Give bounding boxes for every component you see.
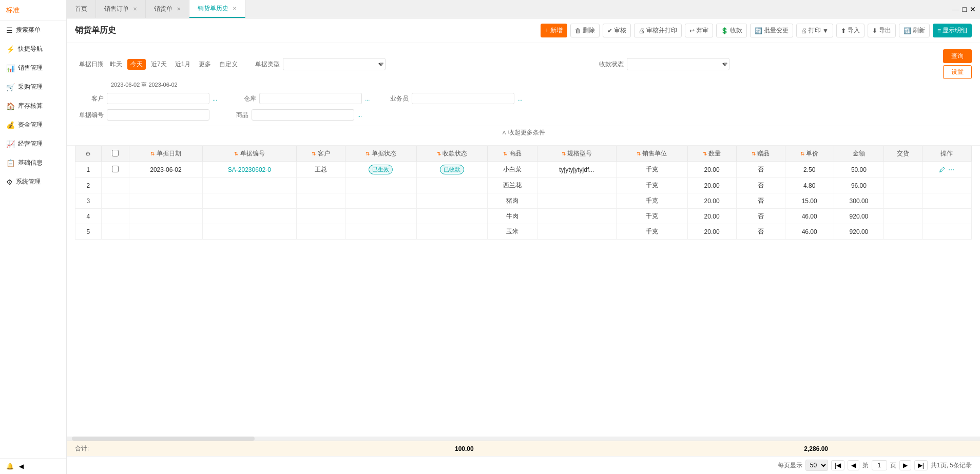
- doc-type-label: 单据类型: [251, 60, 280, 69]
- show-detail-button[interactable]: ≡ 显示明细: [933, 24, 972, 37]
- page-first-button[interactable]: |◀: [831, 460, 844, 470]
- tab-home[interactable]: 首页: [67, 0, 96, 18]
- audit-print-button[interactable]: 🖨 审核并打印: [634, 24, 682, 37]
- sort-customer-icon[interactable]: ⇅: [312, 151, 316, 156]
- sort-docstatus-icon[interactable]: ⇅: [366, 151, 370, 156]
- edit-op-button[interactable]: 🖊: [937, 166, 947, 173]
- cell-checkbox[interactable]: [101, 224, 129, 240]
- cell-unit: 千克: [616, 224, 687, 240]
- cell-spec: [537, 209, 616, 224]
- doc-status-badge: 已生效: [369, 165, 393, 174]
- tab-sales-order[interactable]: 销售订单 ✕: [96, 0, 146, 18]
- sidebar-item-search-menu[interactable]: ☰ 搜索菜单: [0, 21, 66, 40]
- warehouse-input[interactable]: [259, 93, 362, 104]
- page-title: 销货单历史: [75, 25, 116, 36]
- cell-checkbox[interactable]: [101, 193, 129, 209]
- settings-button[interactable]: 设置: [943, 65, 972, 79]
- cell-checkbox[interactable]: [101, 178, 129, 193]
- more-op-button[interactable]: ⋯: [947, 166, 956, 173]
- tab-sales-order-label: 销售订单: [104, 5, 129, 13]
- batch-change-button[interactable]: 🔄 批量变更: [750, 24, 793, 37]
- tab-sales-delivery-close[interactable]: ✕: [177, 6, 181, 12]
- tab-close-icon[interactable]: ✕: [970, 5, 976, 13]
- sort-goods-icon[interactable]: ⇅: [503, 151, 507, 156]
- doc-type-select[interactable]: [283, 58, 386, 70]
- notification-icon[interactable]: 🔔: [6, 463, 14, 470]
- col-checkbox[interactable]: [101, 146, 129, 162]
- sidebar-item-quick-nav[interactable]: ⚡ 快捷导航: [0, 40, 66, 58]
- per-page-select[interactable]: 50: [805, 460, 828, 471]
- sort-price-icon[interactable]: ⇅: [800, 151, 804, 156]
- sidebar-item-inventory[interactable]: 🏠 库存核算: [0, 96, 66, 115]
- cell-gift: 否: [736, 162, 785, 178]
- sidebar-item-purchase-mgmt[interactable]: 🛒 采购管理: [0, 77, 66, 96]
- import-button[interactable]: ⬆ 导入: [836, 24, 864, 37]
- sidebar-item-finance-mgmt[interactable]: 💰 资金管理: [0, 115, 66, 134]
- tab-minimize-icon[interactable]: —: [952, 5, 959, 13]
- docno-input[interactable]: [107, 109, 209, 121]
- refresh-button[interactable]: 🔃 刷新: [899, 24, 930, 37]
- collect-button[interactable]: 💲 收款: [716, 24, 747, 37]
- query-button[interactable]: 查询: [943, 49, 972, 63]
- sidebar-item-basic-info[interactable]: 📋 基础信息: [0, 153, 66, 172]
- goods-dots[interactable]: ...: [357, 112, 362, 118]
- select-all-checkbox[interactable]: [112, 150, 119, 156]
- abandon-button[interactable]: ↩ 弃审: [685, 24, 713, 37]
- export-button[interactable]: ⬇ 导出: [868, 24, 896, 37]
- sort-unit-icon[interactable]: ⇅: [637, 151, 641, 156]
- salesperson-dots[interactable]: ...: [517, 95, 522, 102]
- import-icon: ⬆: [841, 27, 846, 34]
- customer-dots[interactable]: ...: [213, 95, 217, 102]
- date-1month[interactable]: 近1月: [172, 59, 194, 70]
- tab-bar: 首页 销售订单 ✕ 销货单 ✕ 销货单历史 ✕ — □ ✕: [67, 0, 980, 18]
- tab-sales-history[interactable]: 销货单历史 ✕: [189, 0, 245, 18]
- doc-no-link[interactable]: SA-20230602-0: [228, 166, 271, 173]
- new-button[interactable]: + 新增: [541, 24, 567, 37]
- tab-maximize-icon[interactable]: □: [963, 5, 967, 13]
- warehouse-dots[interactable]: ...: [365, 95, 370, 102]
- page-last-button[interactable]: ▶|: [914, 460, 928, 470]
- col-settings[interactable]: ⚙: [75, 146, 102, 162]
- total-pages-info: 共1页, 5条记录: [931, 461, 972, 470]
- tab-sales-delivery[interactable]: 销货单 ✕: [146, 0, 189, 18]
- sort-date-icon[interactable]: ⇅: [150, 151, 155, 156]
- cell-goods: 西兰花: [488, 178, 537, 193]
- tab-sales-history-close[interactable]: ✕: [233, 6, 237, 11]
- date-7days[interactable]: 近7天: [148, 59, 170, 70]
- sidebar-item-system-mgmt[interactable]: ⚙ 系统管理: [0, 172, 66, 191]
- sidebar-item-sales-mgmt[interactable]: 📊 销售管理: [0, 58, 66, 77]
- cell-checkbox[interactable]: [101, 209, 129, 224]
- delete-button[interactable]: 🗑 删除: [570, 24, 600, 37]
- date-yesterday[interactable]: 昨天: [107, 59, 125, 70]
- page-next-button[interactable]: ▶: [899, 460, 911, 470]
- tab-sales-order-close[interactable]: ✕: [133, 6, 137, 12]
- cell-amount: 920.00: [834, 224, 884, 240]
- salesperson-input[interactable]: [412, 93, 514, 104]
- date-custom[interactable]: 自定义: [216, 59, 241, 70]
- audit-button[interactable]: ✔ 审核: [603, 24, 631, 37]
- sort-paystatus-icon[interactable]: ⇅: [437, 151, 441, 156]
- page-prev-button[interactable]: ◀: [848, 460, 859, 470]
- collapse-filter[interactable]: ∧ 收起更多条件: [75, 126, 972, 139]
- page-number-input[interactable]: [872, 460, 887, 470]
- payment-status-select[interactable]: [627, 58, 729, 70]
- row-checkbox[interactable]: [112, 166, 119, 172]
- sort-spec-icon[interactable]: ⇅: [562, 151, 566, 156]
- horizontal-scrollbar[interactable]: [67, 437, 980, 441]
- sort-docno-icon[interactable]: ⇅: [234, 151, 238, 156]
- date-more[interactable]: 更多: [196, 59, 214, 70]
- cell-checkbox[interactable]: [101, 162, 129, 178]
- customer-input[interactable]: [107, 93, 209, 104]
- date-today[interactable]: 今天: [127, 59, 146, 70]
- sort-gift-icon[interactable]: ⇅: [752, 151, 756, 156]
- sidebar-item-business-mgmt[interactable]: 📈 经营管理: [0, 134, 66, 153]
- cell-pay-status: [416, 209, 488, 224]
- customer-label: 客户: [75, 94, 104, 103]
- sort-qty-icon[interactable]: ⇅: [703, 151, 707, 156]
- cell-customer: [297, 193, 345, 209]
- goods-input[interactable]: [252, 109, 354, 121]
- payment-status-label: 收款状态: [595, 60, 624, 69]
- collapse-sidebar-icon[interactable]: ◀: [19, 463, 24, 470]
- print-button[interactable]: 🖨 打印 ▼: [796, 24, 833, 37]
- pay-status-badge: 已收款: [440, 165, 464, 174]
